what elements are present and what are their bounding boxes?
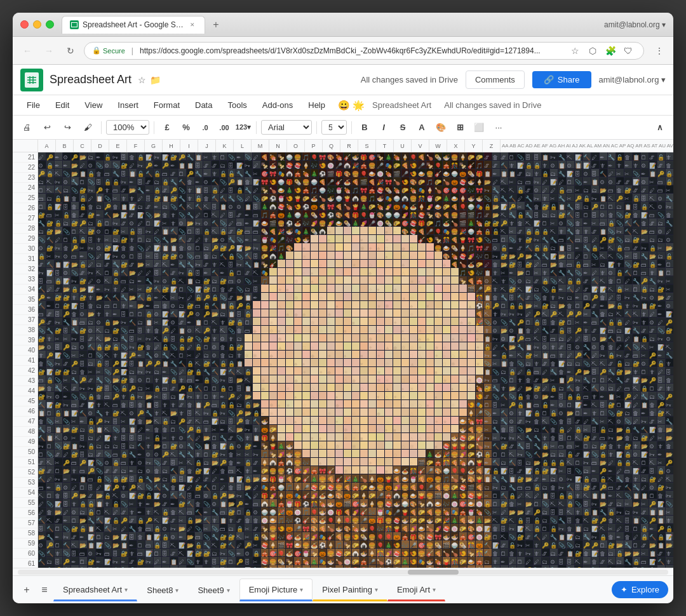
row-46[interactable]: 46 <box>13 406 37 417</box>
new-tab-button[interactable]: + <box>208 17 224 33</box>
col-r[interactable]: R <box>340 140 358 152</box>
reload-button[interactable]: ↻ <box>62 43 79 59</box>
redo-button[interactable]: ↪ <box>58 119 76 137</box>
row-25[interactable]: 25 <box>13 193 37 203</box>
col-h[interactable]: H <box>163 140 180 152</box>
highlight-button[interactable]: 🎨 <box>433 119 449 136</box>
back-button[interactable]: ← <box>19 43 36 59</box>
explore-button[interactable]: ✦ Explore <box>612 581 668 598</box>
font-size-select[interactable]: 5 <box>321 120 347 135</box>
menu-file[interactable]: File <box>20 98 46 112</box>
scroll-thumb[interactable] <box>408 570 459 575</box>
paint-format-button[interactable]: 🖌 <box>79 119 97 137</box>
row-36[interactable]: 36 <box>13 305 37 315</box>
row-53[interactable]: 53 <box>13 478 37 488</box>
borders-button[interactable]: ⊞ <box>452 119 468 136</box>
row-61[interactable]: 61 <box>13 559 37 568</box>
menu-addons[interactable]: Add-ons <box>256 98 299 112</box>
currency-button[interactable]: £ <box>159 119 175 136</box>
tab-close-icon[interactable]: ✕ <box>188 20 197 29</box>
maximize-button[interactable] <box>46 20 54 29</box>
tab-emoji-art[interactable]: Emoji Art ▾ <box>387 579 445 601</box>
menu-tools[interactable]: Tools <box>221 98 253 112</box>
col-s[interactable]: S <box>358 140 376 152</box>
row-60[interactable]: 60 <box>13 549 37 559</box>
col-g[interactable]: G <box>145 140 163 152</box>
decimal-more-button[interactable]: .00 <box>216 119 232 136</box>
percent-button[interactable]: % <box>178 119 194 136</box>
row-35[interactable]: 35 <box>13 295 37 305</box>
row-47[interactable]: 47 <box>13 417 37 427</box>
row-59[interactable]: 59 <box>13 539 37 549</box>
menu-help[interactable]: Help <box>302 98 332 112</box>
row-50[interactable]: 50 <box>13 447 37 457</box>
col-t[interactable]: T <box>376 140 394 152</box>
zoom-select[interactable]: 100% <box>106 120 149 135</box>
tab-pixel-painting[interactable]: Pixel Painting ▾ <box>313 579 387 601</box>
row-26[interactable]: 26 <box>13 203 37 213</box>
profile-sync-icon[interactable]: ⬡ <box>585 43 600 58</box>
minimize-button[interactable] <box>33 20 41 29</box>
row-31[interactable]: 31 <box>13 254 37 264</box>
col-i[interactable]: I <box>180 140 198 152</box>
close-button[interactable] <box>20 20 29 29</box>
folder-icon[interactable]: 📁 <box>150 75 161 85</box>
row-23[interactable]: 23 <box>13 173 37 183</box>
address-input[interactable]: 🔒 Secure | https://docs.google.com/sprea… <box>84 42 644 60</box>
print-button[interactable]: 🖨 <box>18 119 36 137</box>
formula-toggle[interactable]: ∧ <box>652 119 668 136</box>
bold-button[interactable]: B <box>356 119 373 136</box>
col-m[interactable]: M <box>252 140 269 152</box>
menu-data[interactable]: Data <box>189 98 219 112</box>
row-33[interactable]: 33 <box>13 274 37 285</box>
security-icon[interactable]: 🛡 <box>621 43 636 58</box>
row-39[interactable]: 39 <box>13 335 37 345</box>
menu-format[interactable]: Format <box>147 98 186 112</box>
sheet-list-button[interactable]: ≡ <box>36 581 53 599</box>
active-tab[interactable]: Spreadsheet Art - Google She... ✕ <box>62 16 205 34</box>
row-40[interactable]: 40 <box>13 345 37 356</box>
row-43[interactable]: 43 <box>13 376 37 386</box>
bookmark-icon[interactable]: ☆ <box>567 43 582 58</box>
row-52[interactable]: 52 <box>13 467 37 478</box>
col-u[interactable]: U <box>394 140 412 152</box>
row-32[interactable]: 32 <box>13 264 37 274</box>
row-56[interactable]: 56 <box>13 508 37 518</box>
undo-button[interactable]: ↩ <box>38 119 56 137</box>
row-30[interactable]: 30 <box>13 244 37 254</box>
row-44[interactable]: 44 <box>13 386 37 396</box>
col-l[interactable]: L <box>234 140 252 152</box>
format-number-button[interactable]: 123▾ <box>235 119 252 136</box>
merge-button[interactable]: ⬜ <box>471 119 487 136</box>
col-e[interactable]: E <box>109 140 127 152</box>
row-34[interactable]: 34 <box>13 285 37 295</box>
col-c[interactable]: C <box>74 140 91 152</box>
menu-view[interactable]: View <box>78 98 109 112</box>
row-45[interactable]: 45 <box>13 396 37 406</box>
menu-edit[interactable]: Edit <box>49 98 76 112</box>
star-icon[interactable]: ☆ <box>138 75 146 85</box>
row-41[interactable]: 41 <box>13 356 37 366</box>
comments-button[interactable]: Comments <box>466 70 525 89</box>
tab-sheet8[interactable]: Sheet8 ▾ <box>137 579 188 601</box>
col-a[interactable]: A <box>38 140 56 152</box>
col-z[interactable]: Z <box>483 140 501 152</box>
col-v[interactable]: V <box>412 140 429 152</box>
italic-button[interactable]: I <box>375 119 392 136</box>
col-p[interactable]: P <box>305 140 323 152</box>
row-58[interactable]: 58 <box>13 528 37 539</box>
emoji-mosaic[interactable] <box>38 152 673 568</box>
share-button[interactable]: 🔗 Share <box>532 71 591 88</box>
text-color-button[interactable]: A <box>414 119 430 136</box>
col-n[interactable]: N <box>269 140 287 152</box>
row-24[interactable]: 24 <box>13 183 37 193</box>
tab-emoji-picture[interactable]: Emoji Picture ▾ <box>239 579 313 601</box>
row-48[interactable]: 48 <box>13 427 37 437</box>
row-54[interactable]: 54 <box>13 488 37 498</box>
strikethrough-button[interactable]: S <box>394 119 411 136</box>
row-49[interactable]: 49 <box>13 437 37 447</box>
extensions-icon[interactable]: 🧩 <box>603 43 618 58</box>
col-b[interactable]: B <box>56 140 74 152</box>
col-y[interactable]: Y <box>465 140 483 152</box>
row-42[interactable]: 42 <box>13 366 37 376</box>
